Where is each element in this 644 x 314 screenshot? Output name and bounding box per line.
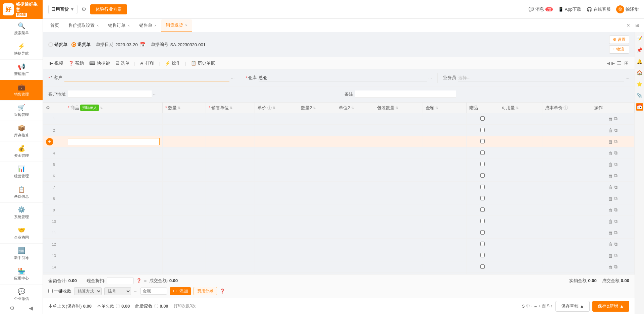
sidebar-item-appstore[interactable]: 🏪 应用中心	[0, 264, 43, 285]
settings-icon[interactable]: ⚙	[82, 6, 86, 12]
delete-row-btn[interactable]: 🗑	[608, 185, 613, 190]
sidebar-item-operation[interactable]: 📊 经营管理	[0, 162, 43, 182]
save-new-btn[interactable]: 保存&新增 ▲	[592, 301, 629, 312]
panel-icon-4[interactable]: 🏠	[636, 69, 643, 76]
tab-close-sale-order[interactable]: ×	[127, 23, 129, 27]
avail-sort-icon[interactable]: ⇅	[516, 106, 519, 110]
toolbar-video[interactable]: ▶ 视频	[48, 60, 64, 67]
delete-row-btn[interactable]: 🗑	[608, 207, 613, 213]
customer-dots[interactable]: ···	[231, 75, 234, 80]
next-icon[interactable]: ▶	[611, 61, 615, 66]
pack-sort-icon[interactable]: ⇅	[395, 106, 398, 110]
experience-btn[interactable]: 体验行业方案	[90, 4, 127, 14]
delete-row-btn[interactable]: 🗑	[608, 196, 613, 201]
account-dots[interactable]: ···	[134, 289, 138, 294]
copy-row-btn[interactable]: ⧉	[614, 150, 618, 156]
sidebar-item-inventory[interactable]: 📦 库存核算	[0, 121, 43, 141]
sidebar-item-marketing[interactable]: 📢 营销推广	[0, 60, 43, 80]
tab-close-sale-return[interactable]: ×	[185, 23, 187, 27]
toolbar-shortcut[interactable]: ⌨ 快捷键	[88, 60, 111, 67]
address-input[interactable]	[68, 90, 152, 98]
sidebar-item-finance[interactable]: 💰 资金管理	[0, 141, 43, 162]
staff-input[interactable]	[458, 74, 624, 81]
one-click-checkbox[interactable]	[48, 289, 53, 293]
panel-icon-5[interactable]: ⭐	[636, 80, 643, 88]
gift-checkbox[interactable]	[480, 230, 485, 235]
prev-icon[interactable]: ◀	[607, 61, 610, 66]
radio-sale[interactable]: 销货单	[48, 42, 67, 48]
delete-row-btn[interactable]: 🗑	[608, 139, 613, 144]
close-window-icon[interactable]: ×	[625, 22, 632, 29]
tab-sale-price[interactable]: 售价提取设置 ×	[64, 20, 103, 31]
customer-service-item[interactable]: 🎧 在线客服	[587, 6, 611, 12]
message-item[interactable]: 💬 消息 70	[529, 6, 553, 12]
address-dots[interactable]: ···	[153, 92, 157, 97]
add-row-btn[interactable]: +	[46, 138, 53, 145]
copy-row-btn[interactable]: ⧉	[614, 241, 618, 247]
gift-checkbox[interactable]	[480, 162, 485, 166]
product-input[interactable]	[68, 138, 160, 145]
copy-row-btn[interactable]: ⧉	[614, 116, 618, 122]
product-sort-icon[interactable]: ⇅	[100, 106, 103, 110]
toolbar-print[interactable]: 🖨 打印	[139, 60, 156, 67]
settings-btn[interactable]: ⚙ 设置	[609, 36, 629, 44]
qty2-sort-icon[interactable]: ⇅	[313, 106, 316, 110]
maximize-icon[interactable]: ⊞	[633, 22, 641, 29]
sidebar-item-wechat[interactable]: 💬 企业微信	[0, 285, 43, 302]
staff-dots[interactable]: ···	[626, 75, 629, 80]
logistics-btn[interactable]: + 物流	[609, 45, 629, 54]
copy-row-btn[interactable]: ⧉	[614, 139, 618, 144]
copy-row-btn[interactable]: ⧉	[614, 196, 618, 201]
cash-discount-input[interactable]	[107, 277, 133, 284]
tab-sale-order[interactable]: 销售订单 ×	[103, 20, 134, 31]
sidebar-item-purchase[interactable]: 🛒 采购管理	[0, 101, 43, 121]
copy-row-btn[interactable]: ⧉	[614, 173, 618, 179]
gift-checkbox[interactable]	[480, 128, 485, 132]
copy-row-btn[interactable]: ⧉	[614, 264, 618, 270]
remark-input[interactable]	[355, 90, 456, 98]
sidebar-item-search[interactable]: 🔍 搜索菜单	[0, 19, 43, 39]
industry-select[interactable]: 日用百货 ▼	[48, 5, 77, 14]
copy-row-btn[interactable]: ⧉	[614, 184, 618, 190]
delete-row-btn[interactable]: 🗑	[608, 219, 613, 224]
sidebar-item-guide[interactable]: 🆕 新手引导	[0, 244, 43, 264]
panel-icon-7[interactable]: 📅	[636, 103, 643, 111]
gift-checkbox[interactable]	[480, 264, 485, 269]
sidebar-collapse-icon[interactable]: ◀	[29, 305, 33, 311]
sidebar-item-shortcut[interactable]: ⚡ 快捷导航	[0, 39, 43, 60]
tab-close-sale-price[interactable]: ×	[97, 23, 99, 27]
sidebar-settings-icon[interactable]: ⚙	[10, 305, 14, 311]
qty-sort-icon[interactable]: ⇅	[178, 106, 180, 110]
copy-row-btn[interactable]: ⧉	[614, 127, 618, 133]
scan-input-btn[interactable]: 扫码录入	[80, 105, 99, 111]
radio-return[interactable]: 退货单	[71, 42, 91, 48]
copy-row-btn[interactable]: ⧉	[614, 218, 618, 224]
delete-row-btn[interactable]: 🗑	[608, 230, 613, 236]
app-download-item[interactable]: 📱 App下载	[558, 6, 581, 12]
unit2-sort-icon[interactable]: ⇅	[351, 106, 354, 110]
gift-checkbox[interactable]	[480, 185, 485, 189]
gift-checkbox[interactable]	[480, 207, 485, 212]
list-view-icon[interactable]: ☰	[616, 59, 622, 67]
gift-checkbox[interactable]	[480, 116, 485, 121]
tab-close-sale-goods[interactable]: ×	[154, 23, 156, 27]
add-payment-btn[interactable]: + + 添加	[170, 287, 191, 295]
price-sort-icon[interactable]: ⇅	[273, 106, 275, 110]
gift-checkbox[interactable]	[480, 150, 485, 155]
delete-row-btn[interactable]: 🗑	[608, 162, 613, 167]
sidebar-item-system[interactable]: ⚙️ 系统管理	[0, 203, 43, 223]
delete-row-btn[interactable]: 🗑	[608, 150, 613, 156]
panel-icon-2[interactable]: 📌	[636, 46, 643, 54]
toolbar-operation[interactable]: ⚡ 操作	[164, 60, 182, 67]
delete-row-btn[interactable]: 🗑	[608, 264, 613, 270]
gift-checkbox[interactable]	[480, 242, 485, 246]
copy-row-btn[interactable]: ⧉	[614, 253, 618, 258]
sidebar-item-sales[interactable]: 💼 销售管理	[0, 80, 43, 101]
grid-view-icon[interactable]: ⊞	[624, 59, 629, 67]
toolbar-help[interactable]: ❓ 帮助	[67, 60, 85, 67]
one-click-payment[interactable]: 一键收款	[48, 288, 71, 294]
gift-checkbox[interactable]	[480, 173, 485, 178]
tab-sale-goods[interactable]: 销售单 ×	[135, 20, 161, 31]
payment-amount-input[interactable]	[140, 288, 167, 295]
toolbar-select[interactable]: ☑ 选单	[114, 60, 131, 67]
